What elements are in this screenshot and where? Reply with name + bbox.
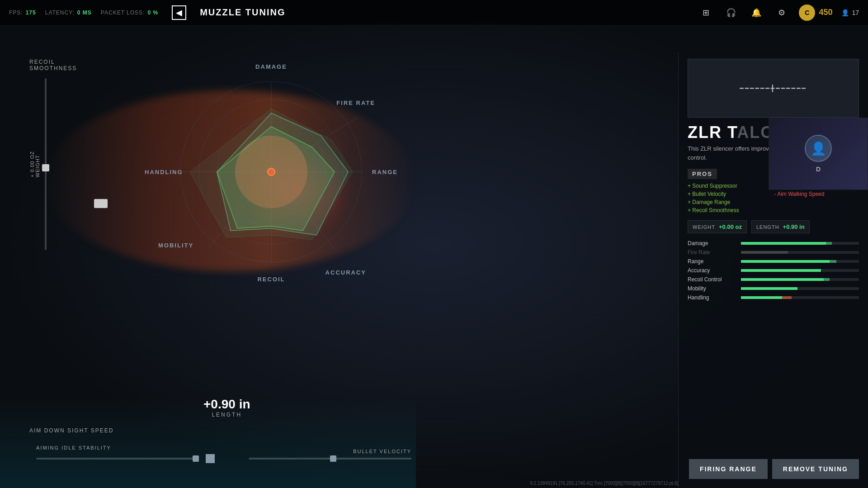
page-title: MUZZLE TUNING [200,7,285,18]
weight-stat-value: +0.00 oz [719,223,742,230]
aiming-idle-thumb[interactable] [193,455,199,462]
handling-bar-track [741,296,859,299]
back-button[interactable]: ◀ [172,5,186,20]
weight-slider-track[interactable] [45,78,47,250]
headphones-icon[interactable]: 🎧 [723,5,739,21]
mobility-bar-label: Mobility [688,285,737,292]
bullet-velocity-track[interactable] [249,458,411,460]
firerate-bar-track [741,251,859,254]
aiming-idle-stability-label: AIMING IDLE STABILITY [36,445,215,450]
top-bar-right: ⊞ 🎧 🔔 ⚙ C 450 👤 17 [698,5,859,21]
length-stat-box: LENGTH +0.90 in [751,220,810,233]
packet-loss-label: PACKET LOSS: [101,9,145,16]
accuracy-bar-label: Accuracy [688,267,737,274]
cam-content: 👤 D [805,135,832,173]
bullet-velocity-label: BULLET VELOCITY [353,449,411,454]
damage-bar-row: Damage [688,240,859,246]
bell-icon[interactable]: 🔔 [748,5,764,21]
radar-chart [158,59,384,285]
handling-bar-fill [741,296,782,299]
damage-bar-track [741,242,859,245]
aiming-idle-track[interactable] [36,458,199,460]
pro-item-4: + Recoil Smoothness [688,207,773,213]
tuning-stats-row: WEIGHT +0.00 oz LENGTH +0.90 in [688,220,859,233]
handling-bar-label: Handling [688,294,737,301]
settings-icon[interactable]: ⚙ [774,5,790,21]
stat-bars: Damage Fire Rate Range Accuracy [688,240,859,301]
tuning-value-axis: LENGTH [203,412,250,418]
damage-bar-label: Damage [688,240,737,246]
bottom-sliders: AIMING IDLE STABILITY BULLET VELOCITY [36,445,411,463]
cam-placeholder: 👤 D [769,118,868,190]
pro-item-3: + Damage Range [688,199,773,205]
streamer-cam: 👤 D [769,118,868,190]
grid-icon[interactable]: ⊞ [698,5,714,21]
damage-bar-extra [826,242,832,245]
streamer-avatar: 👤 [805,135,832,162]
accuracy-bar-row: Accuracy [688,267,859,274]
pro-item-2: + Bullet Velocity [688,191,773,197]
length-stat-label: LENGTH [756,224,779,230]
radar-area: DAMAGE FIRE RATE RANGE ACCURACY RECOIL M… [90,54,452,289]
range-bar-label: Range [688,258,737,265]
latency-value: 0 MS [77,9,92,16]
weapon-preview: ━━━━━━╋━━━━━━ [688,59,859,118]
xp-value: 17 [852,9,859,16]
weapon-preview-image: ━━━━━━╋━━━━━━ [740,85,807,92]
range-bar-track [741,260,859,263]
currency-icon: C [799,5,815,21]
bullet-velocity-thumb[interactable] [330,455,336,462]
weight-stat-label: WEIGHT [693,224,715,230]
damage-bar-fill [741,242,826,245]
bottom-buttons: FIRING RANGE REMOVE TUNING [689,459,859,479]
streamer-initial: D [816,166,821,173]
mobility-bar-row: Mobility [688,285,859,292]
radar-wrapper: DAMAGE FIRE RATE RANGE ACCURACY RECOIL M… [158,59,384,285]
handling-bar-extra [782,296,792,299]
top-bar: FPS: 175 LATENCY: 0 MS PACKET LOSS: 0 % … [0,0,868,25]
packet-loss-value: 0 % [147,9,158,16]
weight-axis-label: + 0.00 OZ WEIGHT [29,151,40,177]
recoil-smoothness-label: RECOIL SMOOTHNESS [29,59,102,71]
remove-tuning-button[interactable]: REMOVE TUNING [772,459,859,479]
aim-down-sight-label: AIM DOWN SIGHT SPEED [29,427,113,434]
firerate-bar-label: Fire Rate [688,249,737,256]
handling-bar-row: Handling [688,294,859,301]
weight-slider-container: + 0.00 OZ WEIGHT [29,78,102,250]
bullet-velocity-group: BULLET VELOCITY [249,449,411,460]
recoil-bar-extra [824,278,830,281]
xp-icon: 👤 [841,9,849,16]
recoil-bar-fill [741,278,824,281]
accuracy-bar-fill [741,269,821,272]
fps-label: FPS: [9,9,23,16]
latency-stat: LATENCY: 0 MS [45,9,92,16]
tuning-value-number: +0.90 in [203,397,250,412]
mobility-bar-fill [741,287,797,290]
performance-stats: FPS: 175 LATENCY: 0 MS PACKET LOSS: 0 % [9,9,158,16]
weight-slider-thumb[interactable] [94,199,108,208]
con-item-2: - Aim Walking Speed [774,191,859,197]
recoil-bar-row: Recoil Control [688,276,859,283]
pro-item-1: + Sound Suppressor [688,183,773,189]
range-bar-row: Range [688,258,859,265]
recoil-bar-track [741,278,859,281]
weight-stat-box: WEIGHT +0.00 oz [688,220,747,233]
aim-down-sight-panel: AIM DOWN SIGHT SPEED [29,427,113,434]
currency-display: C 450 [799,5,832,21]
firerate-bar-row: Fire Rate [688,249,859,256]
accuracy-bar-track [741,269,859,272]
recoil-bar-label: Recoil Control [688,276,737,283]
svg-point-17 [268,168,275,175]
pros-title: PROS [688,169,717,179]
range-bar-fill [741,260,830,263]
top-bar-left: FPS: 175 LATENCY: 0 MS PACKET LOSS: 0 % … [9,5,698,20]
fps-stat: FPS: 175 [9,9,36,16]
fps-value: 175 [26,9,36,16]
firing-range-button[interactable]: FIRING RANGE [689,459,768,479]
currency-amount: 450 [819,8,832,17]
tuning-value-display: +0.90 in LENGTH [203,397,250,418]
packet-loss-stat: PACKET LOSS: 0 % [101,9,158,16]
aiming-idle-dot [206,454,215,463]
mobility-bar-track [741,287,859,290]
debug-watermark: 9.2.13849191 [76.255.1740.41] Tmc [7000]… [530,481,678,486]
